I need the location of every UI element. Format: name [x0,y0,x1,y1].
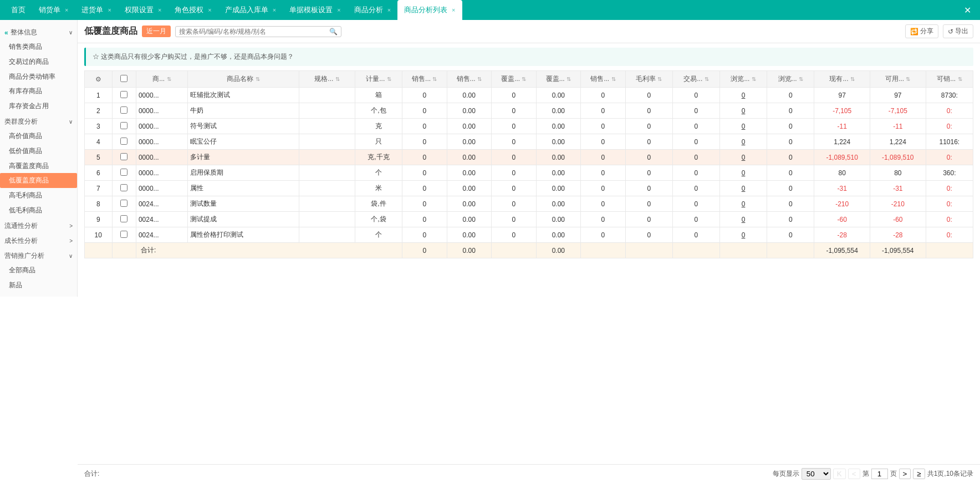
prev-page-button[interactable]: < [848,469,860,479]
search-input[interactable] [179,28,327,35]
sidebar-collapse-icon[interactable]: « [4,29,8,37]
cell-name[interactable]: 测试数量 [187,196,299,212]
th-check[interactable] [112,71,136,88]
cell-check[interactable] [112,212,136,227]
sidebar-item-high-coverage[interactable]: 高覆盖度商品 [0,159,77,174]
nav-close-icon[interactable]: × [452,0,455,20]
sidebar-item-low-value[interactable]: 低价值商品 [0,144,77,159]
nav-permission-settings[interactable]: 权限设置 × [118,0,168,20]
nav-close-icon[interactable]: × [208,0,211,20]
th-cover1[interactable]: 覆盖... ⇅ [492,71,537,88]
cell-browse1[interactable]: 0 [719,196,767,212]
sidebar-item-low-margin[interactable]: 低毛利商品 [0,203,77,218]
sidebar-item-sales-goods[interactable]: 销售类商品 [0,39,77,54]
cell-name[interactable]: 旺辅批次测试 [187,88,299,103]
th-unit[interactable]: 计量... ⇅ [355,71,402,88]
select-all-checkbox[interactable] [120,75,127,82]
sidebar-section-overall[interactable]: « 整体信息 ∨ [0,24,77,39]
nav-product-analysis-list[interactable]: 商品分析列表 × [397,0,462,20]
sidebar-section-growth[interactable]: 成长性分析 > [0,233,77,248]
cell-check[interactable] [112,88,136,103]
th-code[interactable]: 商... ⇅ [136,71,187,88]
sidebar-item-new-goods[interactable]: 新品 [0,278,77,293]
cell-browse1[interactable]: 0 [719,88,767,103]
th-gross[interactable]: 毛利率 ⇅ [625,71,672,88]
cell-name[interactable]: 牛奶 [187,103,299,119]
cell-name[interactable]: 测试提成 [187,212,299,227]
next-page-button[interactable]: > [899,469,911,479]
cell-browse1[interactable]: 0 [719,134,767,150]
cell-name[interactable]: 眠宝公仔 [187,134,299,150]
th-browse1[interactable]: 浏览... ⇅ [719,71,767,88]
th-cover2[interactable]: 覆盖... ⇅ [536,71,581,88]
th-name[interactable]: 商品名称 ⇅ [187,71,299,88]
th-sales1[interactable]: 销售... ⇅ [402,71,447,88]
sidebar-item-all-goods[interactable]: 全部商品 [0,263,77,278]
row-checkbox[interactable] [120,91,127,98]
sidebar-item-low-coverage[interactable]: 低覆盖度商品 [0,173,77,188]
nav-close-icon[interactable]: × [273,0,276,20]
nav-purchase-order[interactable]: 进货单 × [75,0,118,20]
sidebar-item-category-rate[interactable]: 商品分类动销率 [0,69,77,84]
cell-name[interactable]: 属性 [187,181,299,196]
th-avail[interactable]: 可用... ⇅ [870,71,926,88]
nav-close-icon[interactable]: × [387,0,391,20]
nav-close-icon[interactable]: × [65,0,68,20]
th-settings[interactable]: ⚙ [85,71,113,88]
row-checkbox[interactable] [120,153,127,160]
th-spec[interactable]: 规格... ⇅ [299,71,355,88]
th-sales3[interactable]: 销售... ⇅ [581,71,626,88]
window-close-button[interactable]: ✕ [959,5,976,16]
cell-check[interactable] [112,103,136,119]
cell-browse1[interactable]: 0 [719,103,767,119]
search-icon[interactable]: 🔍 [329,28,338,35]
nav-template-settings[interactable]: 单据模板设置 × [283,0,347,20]
cell-check[interactable] [112,196,136,212]
period-button[interactable]: 近一月 [142,26,171,37]
last-page-button[interactable]: ≥ [913,469,925,479]
row-checkbox[interactable] [120,122,127,129]
cell-check[interactable] [112,150,136,165]
cell-browse1[interactable]: 0 [719,181,767,196]
cell-check[interactable] [112,165,136,181]
nav-close-icon[interactable]: × [158,0,161,20]
nav-home[interactable]: 首页 [4,0,32,20]
cell-browse1[interactable]: 0 [719,212,767,227]
cell-browse1[interactable]: 0 [719,119,767,134]
th-sellable[interactable]: 可销... ⇅ [926,71,973,88]
row-checkbox[interactable] [120,106,127,114]
nav-close-icon[interactable]: × [337,0,340,20]
nav-product-stock[interactable]: 产成品入库单 × [218,0,283,20]
row-checkbox[interactable] [120,215,127,222]
th-sales2[interactable]: 销售... ⇅ [447,71,492,88]
export-button[interactable]: ↺ 导出 [943,24,973,38]
cell-check[interactable] [112,227,136,243]
cell-name[interactable]: 多计量 [187,150,299,165]
sidebar-item-stock-capital[interactable]: 库存资金占用 [0,99,77,114]
row-checkbox[interactable] [120,184,127,191]
table-container[interactable]: ⚙ 商... ⇅ 商品名称 ⇅ 规格... ⇅ 计量... ⇅ 销售... ⇅ … [78,70,980,464]
cell-browse1[interactable]: 0 [719,150,767,165]
cell-check[interactable] [112,134,136,150]
sidebar-item-stock-goods[interactable]: 有库存商品 [0,84,77,99]
cell-browse1[interactable]: 0 [719,165,767,181]
cell-check[interactable] [112,119,136,134]
cell-browse1[interactable]: 0 [719,227,767,243]
sidebar-section-marketing[interactable]: 营销推广分析 ∨ [0,248,77,263]
nav-sales-order[interactable]: 销货单 × [32,0,75,20]
sidebar-section-flow[interactable]: 流通性分析 > [0,218,77,233]
sidebar-section-group[interactable]: 类群度分析 ∨ [0,114,77,129]
row-checkbox[interactable] [120,169,127,176]
cell-name[interactable]: 属性价格打印测试 [187,227,299,243]
nav-role-auth[interactable]: 角色授权 × [168,0,218,20]
row-checkbox[interactable] [120,231,127,238]
th-current[interactable]: 现有... ⇅ [814,71,870,88]
cell-check[interactable] [112,181,136,196]
th-trade[interactable]: 交易... ⇅ [672,71,719,88]
nav-close-icon[interactable]: × [108,0,111,20]
share-button[interactable]: 🔁 分享 [905,24,938,38]
th-browse2[interactable]: 浏览... ⇅ [767,71,814,88]
per-page-select[interactable]: 50 20 100 [802,468,831,480]
sidebar-item-traded-goods[interactable]: 交易过的商品 [0,54,77,69]
row-checkbox[interactable] [120,138,127,145]
